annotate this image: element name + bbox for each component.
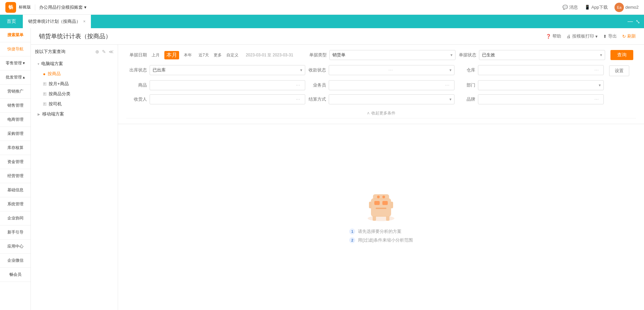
active-dot-icon: ● (43, 71, 46, 76)
sidebar-item-purchase[interactable]: 采购管理 (0, 127, 31, 141)
staff-label: 业务员 (305, 82, 329, 88)
date-current-month-btn[interactable]: 本月 (164, 51, 179, 59)
sidebar-item-search[interactable]: 搜索菜单 (0, 28, 31, 42)
settlement-input[interactable]: ▾ (329, 94, 454, 104)
message-icon: 💬 (562, 5, 568, 10)
edit-scheme-icon[interactable]: ✎ (102, 49, 106, 54)
sidebar-item-basic[interactable]: 基础信息 (0, 183, 31, 197)
logo-icon: 畅 (5, 2, 16, 13)
date-current-year-btn[interactable]: 本年 (182, 52, 194, 59)
department-input[interactable]: ▾ (478, 80, 604, 90)
empty-state: 1 请先选择要分析的方案 2 用[过滤]条件来缩小分析范围 (349, 188, 413, 246)
payment-status-dropdown-icon: ▾ (449, 68, 451, 72)
tab-home[interactable]: 首页 (0, 15, 23, 28)
brand-ellipsis-icon[interactable]: ··· (592, 96, 601, 102)
recipient-input[interactable]: ··· (150, 94, 305, 104)
recipient-ellipsis-icon[interactable]: ··· (294, 96, 302, 102)
filter-cell-wh-status: 出库状态 已出库 ▾ (126, 65, 305, 75)
sidebar-item-newuser[interactable]: 新手引导 (0, 225, 31, 240)
refresh-btn[interactable]: ↻ 刷新 (622, 33, 636, 39)
sidebar-item-wholesale[interactable]: 批发管理 ▴ (0, 70, 31, 85)
brand-input[interactable]: ··· (478, 94, 604, 104)
svg-rect-3 (382, 201, 388, 205)
svg-rect-7 (373, 216, 376, 221)
sidebar-item-operations[interactable]: 经营管理 (0, 169, 31, 183)
payment-status-input[interactable]: ··· ▾ (329, 65, 454, 75)
brand-label: 品牌 (454, 96, 478, 102)
sidebar-item-retail[interactable]: 零售管理 ▾ (0, 56, 31, 70)
setting-button[interactable]: 设置 (609, 65, 629, 76)
warehouse-ellipsis-icon[interactable]: ··· (592, 67, 601, 73)
tab-minimize-btn[interactable]: — (628, 18, 633, 25)
print-dropdown-icon: ▾ (595, 34, 598, 39)
date-last-7-days-btn[interactable]: 近7天 (197, 52, 211, 59)
filter-cell-date: 单据日期 上月 本月 本年 近7天 更多 自定义 2023-03-01 至 20… (126, 51, 306, 59)
tree-item-by-month-goods[interactable]: 图 按月+商品 (35, 79, 114, 89)
tab-close-btn[interactable]: × (83, 19, 86, 24)
sidebar-item-system[interactable]: 系统管理 (0, 197, 31, 211)
page-header: 销货单统计计表（按商品） ❓ 帮助 🖨 按模板打印 ▾ ⬆ 导出 (31, 28, 644, 45)
sidebar-item-member[interactable]: 畅会员 (0, 268, 31, 282)
setting-btn-spacer: 设置 (609, 64, 636, 76)
sidebar-item-sales[interactable]: 销售管理 (0, 99, 31, 113)
tree-item-by-goods[interactable]: ● 按商品 (35, 69, 114, 79)
sidebar-item-quicknav[interactable]: 快捷导航 (0, 42, 31, 56)
sidebar-item-inventory[interactable]: 库存核算 (0, 141, 31, 155)
date-filter: 上月 本月 本年 近7天 更多 自定义 2023-03-01 至 2023-03… (150, 51, 293, 59)
app-download-btn[interactable]: 📱 App下载 (585, 4, 608, 10)
tab-expand-btn[interactable]: ⤡ (636, 18, 640, 25)
wh-status-input[interactable]: 已出库 ▾ (150, 65, 305, 75)
sidebar-item-enterprise[interactable]: 企业协同 (0, 211, 31, 225)
doc-status-label: 单据状态 (455, 52, 479, 58)
query-button[interactable]: 查询 (610, 50, 633, 60)
chevron-down-icon: ▾ (23, 61, 25, 65)
print-btn[interactable]: 🖨 按模板打印 ▾ (567, 33, 598, 39)
user-area[interactable]: Ea demo2 (614, 3, 639, 12)
empty-illustration (349, 188, 413, 223)
workspace-selector[interactable]: 办公用品行业模拟账套 ▾ (35, 4, 87, 10)
filter-row-4: 收货人 ··· 结算方式 ▾ (126, 94, 636, 104)
svg-rect-9 (373, 194, 389, 200)
staff-input[interactable]: ··· (329, 80, 454, 90)
collapse-sidebar-icon[interactable]: ≪ (109, 49, 114, 54)
add-scheme-icon[interactable]: ⊕ (95, 49, 99, 54)
doc-status-input[interactable]: 已生效 ▾ (479, 50, 605, 60)
doc-type-dropdown-icon: ▾ (450, 53, 452, 57)
collapse-conditions-btn[interactable]: ∧ 收起更多条件 (126, 108, 636, 118)
svg-rect-2 (374, 201, 380, 205)
tree-item-by-category[interactable]: 图 按商品分类 (35, 89, 114, 99)
export-btn[interactable]: ⬆ 导出 (603, 33, 617, 39)
tree-item-by-cashier[interactable]: 图 按司机 (35, 99, 114, 109)
sidebar-item-finance[interactable]: 资金管理 (0, 155, 31, 169)
date-more-btn[interactable]: 更多 (214, 52, 222, 58)
empty-text-1: 1 请先选择要分析的方案 (349, 228, 413, 235)
date-custom-btn[interactable]: 自定义 (224, 52, 240, 59)
goods-ellipsis-icon[interactable]: ··· (294, 82, 302, 88)
tree-arrow-desktop: ▾ (38, 62, 39, 66)
svg-rect-6 (390, 202, 393, 208)
sidebar-item-ecommerce[interactable]: 电商管理 (0, 113, 31, 127)
filter-cell-settlement: 结算方式 ▾ (305, 94, 454, 104)
svg-rect-8 (386, 216, 389, 221)
warehouse-input[interactable]: ··· (478, 65, 604, 75)
help-btn[interactable]: ❓ 帮助 (546, 33, 561, 39)
message-btn[interactable]: 💬 消息 (562, 4, 578, 10)
sidebar-item-appcenter[interactable]: 应用中心 (0, 240, 31, 254)
doc-type-input[interactable]: 销货单 ▾ (329, 50, 455, 60)
settlement-label: 结算方式 (305, 96, 329, 102)
sidebar-item-marketing[interactable]: 营销推广 (0, 85, 31, 99)
query-btn-area: 查询 (610, 50, 636, 60)
svg-point-10 (377, 196, 380, 198)
date-last-month-btn[interactable]: 上月 (150, 52, 162, 59)
wh-status-dropdown-icon: ▾ (300, 68, 302, 72)
chevron-up-icon: ▴ (23, 75, 25, 80)
sidebar-item-wechat[interactable]: 企业微信 (0, 254, 31, 268)
payment-status-label: 收款状态 (305, 67, 329, 73)
payment-status-ellipsis-icon[interactable]: ··· (386, 67, 395, 73)
svg-rect-1 (371, 198, 391, 217)
sidebar: 搜索菜单 快捷导航 零售管理 ▾ 批发管理 ▴ 营销推广 销售管理 电商管理 采… (0, 28, 31, 310)
staff-ellipsis-icon[interactable]: ··· (443, 82, 451, 88)
goods-input[interactable]: ··· (150, 80, 305, 90)
warehouse-label: 仓库 (454, 67, 478, 73)
tab-active[interactable]: 销货单统计计划（按商品） × (23, 15, 91, 28)
